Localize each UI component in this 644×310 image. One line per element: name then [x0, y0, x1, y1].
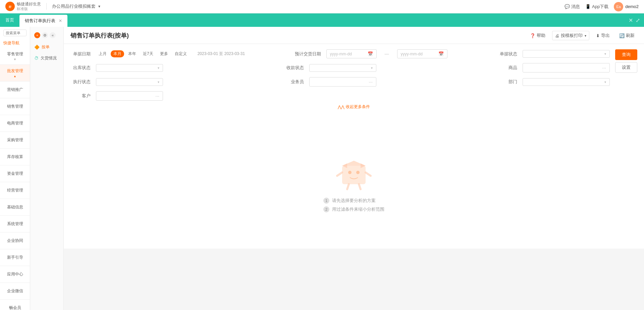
date-tab-current-month[interactable]: 本月 — [111, 50, 124, 57]
sub-sidebar-item-by-order[interactable]: 🔶 按单 — [30, 42, 63, 53]
query-buttons: 查询 设置 — [615, 49, 637, 73]
sidebar-search-wrap — [0, 27, 30, 39]
overdue-icon: ⏱ — [34, 56, 39, 61]
app-download-btn[interactable]: 📱 App下载 — [585, 4, 608, 10]
sidebar-item-basics[interactable]: 基础信息 — [0, 199, 30, 216]
date-to-picker[interactable]: yyyy-mm-dd 📅 — [397, 49, 447, 58]
close-window-icon[interactable]: ✕ — [629, 17, 633, 23]
sub-sidebar: + ⚙ « 🔶 按单 ⏱ 欠货情况 — [30, 27, 64, 310]
export-icon: ⬇ — [596, 33, 600, 38]
user-profile[interactable]: Ea demo2 — [614, 2, 639, 11]
order-status-select[interactable]: ▾ — [523, 50, 610, 58]
template-print-btn[interactable]: 🖨 按模板打印 ▾ — [552, 31, 589, 40]
top-bar-left: 好 畅捷通好生意 标准版 办公用品行业模拟账套 ▾ — [5, 2, 100, 11]
sidebar-item-sales[interactable]: 销售管理 — [0, 98, 30, 115]
date-from-picker[interactable]: yyyy-mm-dd 📅 — [326, 49, 377, 58]
svg-line-6 — [366, 172, 371, 176]
expected-delivery-label: 预计交货日期 — [295, 51, 321, 57]
order-status-label: 单据状态 — [497, 51, 517, 57]
chevron-down-icon: ▾ — [98, 4, 100, 9]
settings-btn[interactable]: 设置 — [615, 62, 637, 73]
finance-label: 资金管理 — [7, 171, 23, 176]
sub-sidebar-add-btn[interactable]: + — [34, 32, 40, 38]
collapse-btn-container: ⋀⋀ 收起更多条件 — [70, 101, 637, 112]
sidebar-item-marketing[interactable]: 营销推广 — [0, 82, 30, 98]
delivery-status-label: 出库状态 — [70, 65, 91, 71]
sidebar-item-wholesale[interactable]: 批发管理 ▲ — [0, 65, 30, 82]
sub-sidebar-settings-btn[interactable]: ⚙ — [42, 32, 48, 38]
filter-row-1-main: 单据日期 上月 本月 本年 近7天 更多 自定义 2023-03-01 至 20… — [70, 49, 610, 101]
sidebar-item-system[interactable]: 系统管理 — [0, 216, 30, 232]
message-icon: 💬 — [565, 4, 570, 9]
help-btn[interactable]: ❓ 帮助 — [527, 31, 548, 40]
sidebar-item-enterprise[interactable]: 企业协同 — [0, 232, 30, 249]
export-btn[interactable]: ⬇ 导出 — [593, 31, 612, 40]
tab-bar-actions: ✕ ⤢ — [629, 13, 644, 27]
search-input[interactable] — [3, 30, 26, 36]
svg-point-4 — [356, 171, 360, 174]
sub-sidebar-item-overdue[interactable]: ⏱ 欠货情况 — [30, 53, 63, 64]
sales-label: 销售管理 — [7, 104, 23, 109]
sidebar-item-wechat[interactable]: 企业微信 — [0, 283, 30, 300]
customer-label: 客户 — [70, 93, 91, 99]
empty-tip-2: 2 用过滤条件来缩小分析范围 — [323, 206, 384, 212]
sidebar-item-newbie[interactable]: 新手引导 — [0, 249, 30, 266]
sidebar-item-purchase[interactable]: 采购管理 — [0, 132, 30, 149]
tab-home[interactable]: 首页 — [0, 13, 19, 27]
sub-sidebar-collapse-btn[interactable]: « — [50, 32, 56, 38]
refresh-btn[interactable]: 🔄 刷新 — [616, 31, 637, 40]
exec-status-label: 执行状态 — [70, 79, 91, 85]
payment-status-select[interactable]: ▾ — [309, 64, 376, 72]
empty-tip-1: 1 请先选择要分析的方案 — [323, 198, 384, 204]
date-to-placeholder: yyyy-mm-dd — [401, 52, 423, 56]
date-tab-current-year[interactable]: 本年 — [125, 50, 139, 57]
tab-close-icon[interactable]: ✕ — [59, 18, 62, 23]
quick-nav-label: 快捷导航 — [0, 39, 30, 48]
logo-text: 畅捷通好生意 — [17, 2, 41, 6]
sidebar-item-operations[interactable]: 经营管理 — [0, 182, 30, 199]
date-range-text: 2023-03-01 至 2023-03-31 — [198, 51, 245, 57]
tab-sales-order[interactable]: 销售订单执行表 ✕ — [19, 15, 67, 27]
tip-num-1: 1 — [323, 198, 329, 204]
sidebar-item-member[interactable]: 畅会员 — [0, 300, 30, 310]
content-area: 销售订单执行表(按单) ❓ 帮助 🖨 按模板打印 ▾ ⬇ 导出 🔄 刷新 — [64, 27, 644, 310]
delivery-status-arrow: ▾ — [158, 66, 159, 70]
salesperson-input[interactable]: ··· — [309, 77, 376, 87]
query-btn[interactable]: 查询 — [615, 49, 637, 60]
sidebar-item-ecommerce[interactable]: 电商管理 — [0, 115, 30, 132]
sales-order-tab-label: 销售订单执行表 — [25, 18, 55, 24]
goods-select[interactable]: ··· — [523, 63, 610, 72]
filter-row-1: 单据日期 上月 本月 本年 近7天 更多 自定义 2023-03-01 至 20… — [70, 49, 637, 101]
customer-input[interactable]: ··· — [96, 91, 163, 101]
date-tab-custom[interactable]: 自定义 — [172, 50, 190, 57]
app-title-dropdown[interactable]: ▾ — [98, 4, 100, 9]
delivery-status-select[interactable]: ▾ — [96, 64, 163, 72]
department-select[interactable]: ▾ — [523, 78, 610, 86]
maximize-window-icon[interactable]: ⤢ — [636, 17, 640, 23]
svg-line-5 — [337, 172, 342, 176]
member-label: 畅会员 — [9, 305, 21, 310]
operations-label: 经营管理 — [7, 188, 23, 193]
message-btn[interactable]: 💬 消息 — [565, 4, 580, 10]
retail-collapse-icon: ▼ — [13, 58, 16, 61]
date-tab-more[interactable]: 更多 — [157, 50, 171, 57]
home-tab-label: 首页 — [5, 17, 14, 23]
payment-status-label: 收款状态 — [284, 65, 304, 71]
date-tabs: 上月 本月 本年 近7天 更多 自定义 — [96, 50, 190, 57]
sidebar-item-apps[interactable]: 应用中心 — [0, 266, 30, 283]
date-tab-last-7[interactable]: 近7天 — [140, 50, 156, 57]
department-arrow: ▾ — [604, 80, 606, 84]
sidebar-item-inventory[interactable]: 库存核算 — [0, 149, 30, 165]
collapse-filters-btn[interactable]: ⋀⋀ 收起更多条件 — [334, 103, 374, 111]
filter-row-4: 客户 ··· — [70, 91, 610, 101]
sidebar-item-retail[interactable]: 零售管理 ▼ — [0, 48, 30, 65]
refresh-icon: 🔄 — [619, 33, 625, 38]
date-tab-last-month[interactable]: 上月 — [96, 50, 109, 57]
newbie-label: 新手引导 — [7, 255, 23, 260]
purchase-label: 采购管理 — [7, 137, 23, 143]
exec-status-select[interactable]: ▾ — [96, 78, 163, 86]
sidebar-item-finance[interactable]: 资金管理 — [0, 165, 30, 182]
collapse-up-icon: ⋀⋀ — [338, 105, 344, 109]
date-separator: — — [382, 51, 392, 56]
filter-row-3: 执行状态 ▾ 业务员 ··· 部门 — [70, 77, 610, 87]
